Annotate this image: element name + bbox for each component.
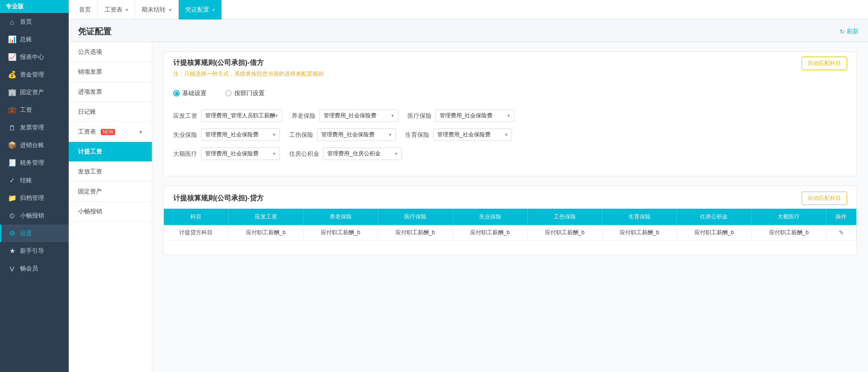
sidebar-item-member[interactable]: V 畅会员 bbox=[0, 260, 69, 277]
home-icon: ⌂ bbox=[8, 18, 16, 26]
chevron-icon: ▾ bbox=[389, 132, 392, 138]
form-row-3: 大额医疗 管理费用_社会保险费 ▾ 住房公积金 管理费用_住房公积金 ▾ bbox=[173, 148, 847, 160]
form-row-2: 失业保险 管理费用_社会保险费 ▾ 工伤保险 管理费用_社会保险费 ▾ bbox=[173, 128, 847, 141]
left-nav-calc-salary[interactable]: 计提工资 bbox=[69, 142, 152, 162]
sidebar-item-invoice[interactable]: 🗒 发票管理 bbox=[0, 119, 69, 136]
th-action: 操作 bbox=[826, 209, 856, 225]
td-unemployment: 应付职工薪酬_b bbox=[453, 225, 527, 241]
sidebar-item-archive[interactable]: 📁 归档管理 bbox=[0, 189, 69, 207]
field-gross-salary: 应发工资 管理费用_管理人员职工薪酬 ▾ bbox=[173, 109, 282, 122]
section-debit-rules: 计提核算规则(公司承担)-借方 注：只能选择一种方式，系统将按照您当前的选择来配… bbox=[163, 51, 857, 176]
tab-voucher-config-label: 凭证配置 bbox=[185, 6, 209, 14]
settings-icon: ⚙ bbox=[8, 229, 16, 237]
left-nav-petty-cash[interactable]: 小畅报销 bbox=[69, 202, 152, 222]
td-housing: 应付职工薪酬_b bbox=[677, 225, 751, 241]
tab-voucher-config-close[interactable]: × bbox=[212, 7, 215, 13]
field-major-medical: 大额医疗 管理费用_社会保险费 ▾ bbox=[173, 148, 280, 160]
td-subject: 计提贷方科目 bbox=[164, 225, 228, 241]
auto-match-debit-button[interactable]: 自动匹配科目 bbox=[802, 57, 847, 70]
select-medical[interactable]: 管理费用_社会保险费 ▾ bbox=[435, 109, 514, 122]
th-medical: 医疗保险 bbox=[378, 209, 453, 225]
tab-period-end-label: 期末结转 bbox=[142, 6, 166, 14]
sidebar-item-stock[interactable]: 📦 进销台账 bbox=[0, 136, 69, 154]
right-content: 计提核算规则(公司承担)-借方 注：只能选择一种方式，系统将按照您当前的选择来配… bbox=[152, 42, 868, 372]
tax-icon: 🧾 bbox=[8, 159, 16, 167]
section1-note: 注：只能选择一种方式，系统将按照您当前的选择来配置规则 bbox=[164, 67, 333, 81]
radio-basic[interactable]: 基础设置 bbox=[173, 89, 207, 97]
select-pension[interactable]: 管理费用_社会保险费 ▾ bbox=[319, 109, 398, 122]
field-housing-fund: 住房公积金 管理费用_住房公积金 ▾ bbox=[289, 148, 402, 160]
salary-icon: 💼 bbox=[8, 106, 16, 114]
chevron-icon: ▾ bbox=[507, 113, 510, 119]
th-major-medical: 大额医疗 bbox=[751, 209, 826, 225]
sidebar-item-settings[interactable]: ⚙ 设置 bbox=[0, 224, 69, 242]
refresh-button[interactable]: ↻ 刷新 bbox=[840, 27, 859, 36]
radio-group: 基础设置 按部门设置 bbox=[173, 85, 847, 101]
tab-payroll-label: 工资表 bbox=[104, 6, 123, 14]
td-action[interactable]: ✎ bbox=[826, 225, 856, 241]
field-pension: 养老保险 管理费用_社会保险费 ▾ bbox=[291, 109, 398, 122]
sidebar-item-closing[interactable]: ✓ 结账 bbox=[0, 172, 69, 189]
sidebar-item-funds[interactable]: 💰 资金管理 bbox=[0, 66, 69, 83]
th-injury: 工伤保险 bbox=[527, 209, 602, 225]
left-nav-public[interactable]: 公共选项 bbox=[69, 42, 152, 62]
main-area: 首页 工资表 × 期末结转 × 凭证配置 × 凭证配置 ↻ 刷新 公共选项 bbox=[69, 0, 868, 372]
field-injury: 工伤保险 管理费用_社会保险费 ▾ bbox=[289, 128, 396, 141]
page-header: 凭证配置 ↻ 刷新 bbox=[69, 19, 868, 42]
td-major-medical: 应付职工薪酬_b bbox=[751, 225, 826, 241]
field-medical: 医疗保险 管理费用_社会保险费 ▾ bbox=[408, 109, 514, 122]
sidebar-item-ledger[interactable]: 📊 总账 bbox=[0, 31, 69, 48]
td-pension: 应付职工薪酬_b bbox=[303, 225, 378, 241]
tab-home[interactable]: 首页 bbox=[72, 0, 98, 19]
section2-header: 计提核算规则(公司承担)-贷方 自动匹配科目 bbox=[164, 186, 856, 209]
left-nav-journal[interactable]: 日记账 bbox=[69, 102, 152, 122]
select-injury[interactable]: 管理费用_社会保险费 ▾ bbox=[317, 128, 396, 141]
sidebar-item-xiaochange[interactable]: © 小畅报销 bbox=[0, 207, 69, 224]
sidebar: 专业版 ⌂ 首页 📊 总账 📈 报表中心 💰 资金管理 🏢 固定资产 💼 工资 … bbox=[0, 0, 69, 372]
select-housing-fund[interactable]: 管理费用_住房公积金 ▾ bbox=[323, 148, 402, 160]
left-nav: 公共选项 销项发票 进项发票 日记账 工资表 NEW ▾ 计提工资 发放工资 bbox=[69, 42, 152, 372]
left-nav-sales-invoice[interactable]: 销项发票 bbox=[69, 62, 152, 82]
tab-period-end[interactable]: 期末结转 × bbox=[135, 0, 178, 19]
field-unemployment: 失业保险 管理费用_社会保险费 ▾ bbox=[173, 128, 280, 141]
sidebar-item-fixed-assets[interactable]: 🏢 固定资产 bbox=[0, 83, 69, 101]
radio-dept[interactable]: 按部门设置 bbox=[225, 89, 265, 97]
sidebar-item-tax[interactable]: 🧾 税务管理 bbox=[0, 154, 69, 172]
sidebar-item-guide[interactable]: ★ 新手引导 bbox=[0, 242, 69, 260]
closing-icon: ✓ bbox=[8, 176, 16, 185]
tab-voucher-config[interactable]: 凭证配置 × bbox=[179, 0, 222, 19]
guide-icon: ★ bbox=[8, 247, 16, 255]
th-maternity: 生育保险 bbox=[602, 209, 677, 225]
left-nav-fixed-assets-item[interactable]: 固定资产 bbox=[69, 182, 152, 202]
sidebar-item-salary[interactable]: 💼 工资 bbox=[0, 101, 69, 119]
form-row-1: 应发工资 管理费用_管理人员职工薪酬 ▾ 养老保险 管理费用_社会保险费 ▾ bbox=[173, 109, 847, 122]
radio-dept-circle bbox=[225, 90, 232, 96]
stock-icon: 📦 bbox=[8, 141, 16, 149]
auto-match-credit-button[interactable]: 自动匹配科目 bbox=[802, 192, 847, 205]
select-maternity[interactable]: 管理费用_社会保险费 ▾ bbox=[433, 128, 512, 141]
new-badge: NEW bbox=[101, 129, 115, 135]
tab-payroll[interactable]: 工资表 × bbox=[98, 0, 135, 19]
th-subject: 科目 bbox=[164, 209, 228, 225]
tab-payroll-close[interactable]: × bbox=[125, 7, 128, 13]
select-major-medical[interactable]: 管理费用_社会保险费 ▾ bbox=[201, 148, 280, 160]
sidebar-item-reports[interactable]: 📈 报表中心 bbox=[0, 48, 69, 66]
th-pension: 养老保险 bbox=[303, 209, 378, 225]
th-unemployment: 失业保险 bbox=[453, 209, 527, 225]
td-maternity: 应付职工薪酬_b bbox=[602, 225, 677, 241]
th-gross: 应发工资 bbox=[228, 209, 303, 225]
edit-icon[interactable]: ✎ bbox=[839, 229, 844, 236]
page-title: 凭证配置 bbox=[78, 26, 111, 37]
sidebar-item-home[interactable]: ⌂ 首页 bbox=[0, 13, 69, 31]
chevron-icon: ▾ bbox=[273, 132, 276, 138]
left-nav-purchase-invoice[interactable]: 进项发票 bbox=[69, 82, 152, 102]
select-gross-salary[interactable]: 管理费用_管理人员职工薪酬 ▾ bbox=[201, 109, 282, 122]
ledger-icon: 📊 bbox=[8, 35, 16, 44]
tabs-bar: 首页 工资表 × 期末结转 × 凭证配置 × bbox=[69, 0, 868, 19]
fixed-assets-icon: 🏢 bbox=[8, 88, 16, 96]
tab-period-end-close[interactable]: × bbox=[168, 7, 171, 13]
section1-body: 基础设置 按部门设置 应发工资 管理费用_管理人员职工薪酬 bbox=[164, 81, 856, 176]
select-unemployment[interactable]: 管理费用_社会保险费 ▾ bbox=[201, 128, 280, 141]
left-nav-pay-salary[interactable]: 发放工资 bbox=[69, 162, 152, 182]
left-nav-payroll-table[interactable]: 工资表 NEW ▾ bbox=[69, 122, 152, 142]
